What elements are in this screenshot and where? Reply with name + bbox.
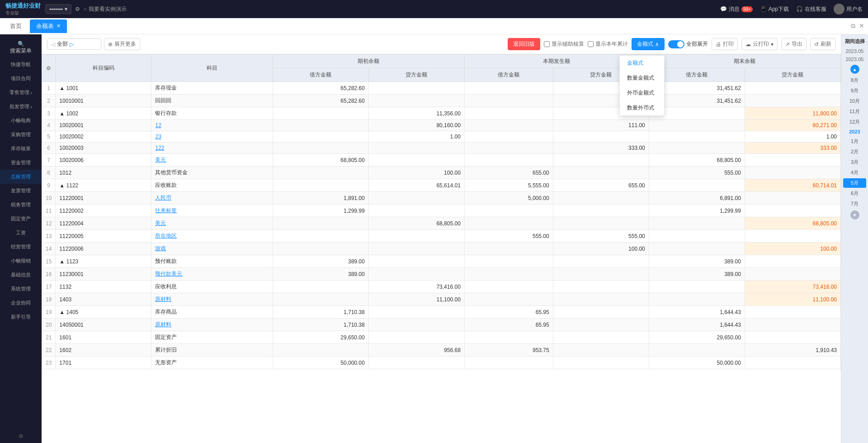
sidebar-item-inventory[interactable]: 库存核算 <box>0 142 42 156</box>
sidebar-item-wholesale[interactable]: 批发管理 › <box>0 100 42 114</box>
month-1[interactable]: 1月 <box>843 137 866 146</box>
row-num: 2 <box>42 95 56 107</box>
messages-button[interactable]: 💬 消息 99+ <box>720 5 753 13</box>
toggle-switch[interactable] <box>668 40 684 48</box>
month-8[interactable]: 8月 <box>843 76 866 85</box>
sidebar-item-enterprise[interactable]: 企业协同 <box>0 296 42 310</box>
sidebar-item-ecommerce[interactable]: 小畅电商 <box>0 114 42 128</box>
settings-icon[interactable]: ⚙ <box>75 6 80 12</box>
col-settings-header[interactable]: ⚙ <box>42 55 56 82</box>
month-11[interactable]: 11月 <box>843 107 866 116</box>
company-dropdown[interactable]: ▪▪▪▪▪▪▪ ▾ <box>45 4 71 14</box>
row-opening-credit <box>368 143 464 154</box>
mode-option-quantity-amount[interactable]: 数量金额式 <box>620 71 664 86</box>
sidebar-item-expense[interactable]: 小畅报销 <box>0 254 42 268</box>
row-opening-credit: 100.00 <box>368 167 464 179</box>
chevron-icon: › <box>30 104 32 110</box>
tab-balance-sheet[interactable]: 余额表 ✕ <box>30 19 67 33</box>
row-opening-credit <box>368 95 464 107</box>
export-button[interactable]: ↗ 导出 <box>781 38 807 50</box>
month-5[interactable]: 5月 <box>843 178 866 188</box>
online-service-button[interactable]: 🎧 在线客服 <box>796 5 826 13</box>
sidebar-settings-button[interactable]: ⚙ <box>0 429 42 443</box>
row-period-credit: 100.00 <box>553 243 649 255</box>
tab-home[interactable]: 首页 <box>4 19 28 33</box>
return-old-button[interactable]: 退回旧版 <box>508 38 540 50</box>
print-button[interactable]: 🖨 打印 <box>712 38 738 50</box>
sidebar-search[interactable]: 🔍 搜索菜单 <box>0 38 42 57</box>
row-name[interactable]: 原材料 <box>151 319 273 331</box>
sidebar-item-retail[interactable]: 零售管理 › <box>0 86 42 100</box>
month-3[interactable]: 3月 <box>843 157 866 167</box>
row-closing-credit: 73,416.00 <box>745 281 840 293</box>
month-12[interactable]: 12月 <box>843 117 866 127</box>
expand-all-toggle[interactable]: 全部展开 <box>668 40 708 48</box>
sidebar-item-purchase[interactable]: 采购管理 <box>0 128 42 142</box>
row-code: ▲ 1123 <box>56 255 151 268</box>
row-code: 10020002 <box>56 131 151 143</box>
row-closing-credit <box>745 268 840 281</box>
row-name[interactable]: 人民币 <box>151 192 273 205</box>
sidebar-item-quick-nav[interactable]: 快捷导航 <box>0 57 42 71</box>
row-name[interactable]: 预付款美元 <box>151 268 273 281</box>
cloud-print-button[interactable]: ☁ 云打印 ▾ <box>741 38 778 50</box>
month-2[interactable]: 2月 <box>843 147 866 157</box>
sidebar-item-basic-info[interactable]: 基础信息 <box>0 268 42 282</box>
nav-up-icon[interactable]: ▲ <box>850 65 859 74</box>
row-name[interactable]: 23 <box>151 131 273 143</box>
row-name[interactable]: 所在地区 <box>151 230 273 243</box>
row-code: 10020003 <box>56 143 151 154</box>
month-7[interactable]: 7月 <box>843 199 866 209</box>
sidebar-item-tax[interactable]: 税务管理 <box>0 198 42 212</box>
row-name[interactable]: 游戏 <box>151 243 273 255</box>
sidebar-item-guide[interactable]: 新手引导 <box>0 310 42 324</box>
row-name[interactable]: 12 <box>151 120 273 131</box>
demo-link[interactable]: 我要看实例演示 <box>84 5 127 13</box>
row-name[interactable]: 往来标签 <box>151 205 273 217</box>
row-name[interactable]: 122 <box>151 143 273 154</box>
user-avatar-button[interactable]: 用户名 <box>834 4 863 14</box>
mode-option-amount[interactable]: 金额式 <box>620 56 664 71</box>
month-4[interactable]: 4月 <box>843 168 866 177</box>
show-auxiliary-checkbox[interactable]: 显示辅助核算 <box>544 40 584 48</box>
sidebar-item-operations[interactable]: 经营管理 <box>0 240 42 254</box>
row-opening-credit: 956.68 <box>368 344 464 357</box>
toolbar-left: ◁ 全部 ▷ ⊕ 展开更多 <box>47 38 504 50</box>
top-bar: 畅捷通好业财 专业版 ▪▪▪▪▪▪▪ ▾ ⚙ 我要看实例演示 💬 消息 99+ … <box>0 0 868 18</box>
row-closing-credit: 1,910.43 <box>745 344 840 357</box>
row-name: 应收利息 <box>151 281 273 293</box>
nav-down-icon[interactable]: ▼ <box>850 210 859 219</box>
window-close-icon[interactable]: ✕ <box>859 22 864 30</box>
sidebar-item-capital[interactable]: 资金管理 <box>0 156 42 170</box>
row-num: 15 <box>42 255 56 268</box>
expand-more-button[interactable]: ⊕ 展开更多 <box>104 38 140 50</box>
search-right-icon[interactable]: ▷ <box>70 41 74 48</box>
sidebar-item-payroll[interactable]: 工资 <box>0 226 42 240</box>
show-ytd-checkbox[interactable]: 显示本年累计 <box>588 40 628 48</box>
filter-search-box[interactable]: ◁ 全部 ▷ <box>47 38 101 50</box>
month-9[interactable]: 9月 <box>843 86 866 95</box>
row-period-credit <box>553 205 649 217</box>
table-row: 1411220006游戏100.00100.00 <box>42 243 841 255</box>
mode-button[interactable]: 金额式 ∧ <box>632 38 665 50</box>
sidebar-item-system[interactable]: 系统管理 <box>0 282 42 296</box>
row-name[interactable]: 原材料 <box>151 293 273 306</box>
month-10[interactable]: 10月 <box>843 96 866 106</box>
row-name[interactable]: 美元 <box>151 217 273 230</box>
settings-icon[interactable]: ⚙ <box>46 65 51 71</box>
tab-close-icon[interactable]: ✕ <box>57 23 61 29</box>
refresh-button[interactable]: ↺ 刷新 <box>810 38 835 50</box>
mode-option-foreign-amount[interactable]: 外币金额式 <box>620 86 664 100</box>
mode-option-quantity-foreign[interactable]: 数量外币式 <box>620 100 664 115</box>
year-2023[interactable]: 2023 <box>843 128 866 136</box>
window-restore-icon[interactable]: ⧉ <box>851 22 855 30</box>
row-name[interactable]: 美元 <box>151 154 273 167</box>
sidebar-item-ledger[interactable]: 总账管理 <box>0 170 42 184</box>
row-opening-credit <box>368 243 464 255</box>
app-download-button[interactable]: 📱 App下载 <box>760 5 789 13</box>
month-6[interactable]: 6月 <box>843 189 866 198</box>
sidebar-item-invoice[interactable]: 发票管理 <box>0 184 42 198</box>
sidebar-item-project[interactable]: 项目合同 <box>0 71 42 86</box>
row-closing-debit <box>649 344 745 357</box>
sidebar-item-fixed-assets[interactable]: 固定资产 <box>0 212 42 226</box>
